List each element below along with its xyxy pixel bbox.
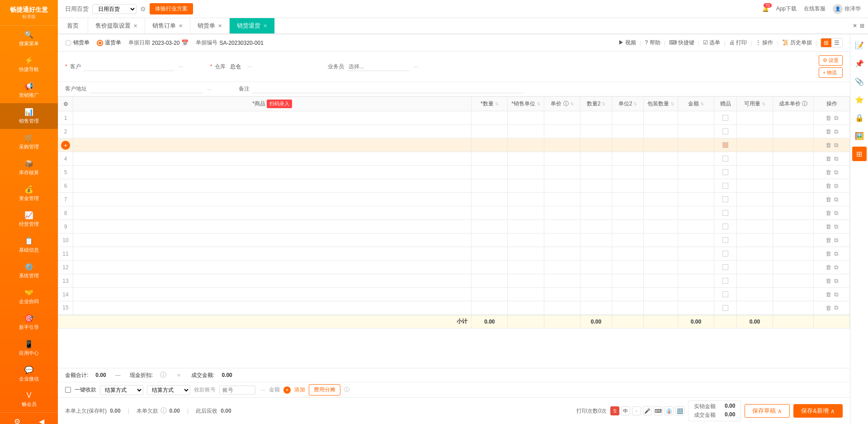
- unit-cell[interactable]: [508, 206, 544, 220]
- tab-price-settings[interactable]: 售价提取设置 ✕: [88, 18, 145, 33]
- copy-row-btn[interactable]: ⧉: [834, 223, 838, 230]
- unit-cell[interactable]: [508, 288, 544, 301]
- price-cell[interactable]: [544, 288, 580, 301]
- amount-cell[interactable]: [678, 261, 714, 274]
- product-cell[interactable]: [73, 261, 472, 274]
- price-cell[interactable]: [544, 179, 580, 193]
- logistics-side-btn[interactable]: + 物流: [819, 67, 843, 78]
- qty2-cell[interactable]: [580, 274, 612, 288]
- available-cell[interactable]: [737, 166, 773, 179]
- gift-checkbox[interactable]: [722, 237, 728, 243]
- tool-icon-5[interactable]: ⌨: [654, 406, 663, 415]
- tab-sales-order-close[interactable]: ✕: [179, 23, 183, 29]
- th-unit2[interactable]: 单位2⇅: [612, 97, 644, 111]
- gift-checkbox[interactable]: [722, 115, 728, 121]
- cost-price-cell[interactable]: [773, 220, 814, 233]
- calc-method-select[interactable]: 结算方式: [147, 385, 190, 395]
- gift-cell[interactable]: [714, 206, 737, 220]
- rp-icon-note[interactable]: 📝: [852, 38, 867, 52]
- amount-cell[interactable]: [678, 193, 714, 206]
- cost-price-cell[interactable]: [773, 206, 814, 220]
- qty-cell[interactable]: [472, 301, 508, 315]
- price-cell[interactable]: [544, 274, 580, 288]
- copy-row-btn[interactable]: ⧉: [834, 182, 838, 190]
- available-cell[interactable]: [737, 301, 773, 315]
- settings-side-btn[interactable]: ⚙ 设置: [819, 55, 843, 66]
- gift-cell[interactable]: [714, 233, 737, 247]
- pkg-qty-cell[interactable]: [644, 274, 678, 288]
- amount-cell[interactable]: [678, 247, 714, 261]
- tool-icon-7[interactable]: 🔢: [675, 406, 684, 415]
- unit-cell[interactable]: [508, 233, 544, 247]
- unit-cell[interactable]: [508, 301, 544, 315]
- calendar-icon[interactable]: 📅: [181, 39, 189, 46]
- warehouse-more-icon[interactable]: ···: [247, 63, 252, 70]
- copy-row-btn[interactable]: ⧉: [834, 155, 838, 162]
- delete-row-btn[interactable]: 🗑: [826, 169, 831, 176]
- sidebar-item-finance[interactable]: 💰 资金管理: [0, 181, 58, 206]
- qty2-cell[interactable]: [580, 138, 612, 152]
- unit2-cell[interactable]: [612, 138, 644, 152]
- amount-cell[interactable]: [678, 301, 714, 315]
- gift-cell[interactable]: [714, 274, 737, 288]
- unit2-cell[interactable]: [612, 179, 644, 193]
- cost-price-cell[interactable]: [773, 301, 814, 315]
- gift-checkbox[interactable]: [722, 156, 728, 162]
- price-cell[interactable]: [544, 166, 580, 179]
- account-input[interactable]: [219, 386, 255, 395]
- unit-cell[interactable]: [508, 220, 544, 233]
- cost-price-cell[interactable]: [773, 111, 814, 125]
- gift-cell[interactable]: [714, 179, 737, 193]
- tab-sales-bill-close[interactable]: ✕: [218, 23, 222, 29]
- customer-more-icon[interactable]: ···: [179, 63, 183, 70]
- delete-row-btn[interactable]: 🗑: [826, 277, 831, 284]
- pkg-qty-cell[interactable]: [644, 288, 678, 301]
- cost-price-cell[interactable]: [773, 274, 814, 288]
- product-cell[interactable]: [73, 125, 472, 138]
- sidebar-collapse-btn[interactable]: ◀: [39, 417, 44, 424]
- tab-sales-return-close[interactable]: ✕: [263, 23, 267, 29]
- qty-cell[interactable]: [472, 233, 508, 247]
- qty-cell[interactable]: [472, 138, 508, 152]
- pkg-qty-cell[interactable]: [644, 152, 678, 166]
- unit-cell[interactable]: [508, 138, 544, 152]
- settings-icon-th[interactable]: ⚙: [63, 101, 68, 107]
- salesperson-input[interactable]: [347, 62, 409, 71]
- pkg-qty-cell[interactable]: [644, 301, 678, 315]
- available-cell[interactable]: [737, 179, 773, 193]
- unit2-cell[interactable]: [612, 261, 644, 274]
- delete-row-btn[interactable]: 🗑: [826, 155, 831, 162]
- delete-row-btn[interactable]: 🗑: [826, 223, 831, 230]
- pkg-qty-cell[interactable]: [644, 233, 678, 247]
- sidebar-item-quick-nav[interactable]: ⚡ 快捷导航: [0, 52, 58, 77]
- qty2-cell[interactable]: [580, 111, 612, 125]
- tab-home[interactable]: 首页: [58, 18, 88, 33]
- available-cell[interactable]: [737, 220, 773, 233]
- customer-input[interactable]: [84, 62, 174, 71]
- radio-return-bill[interactable]: 退货单: [97, 39, 121, 47]
- qty-cell[interactable]: [472, 179, 508, 193]
- save-new-button[interactable]: 保存&新增 ∧: [793, 404, 843, 418]
- unit-cell[interactable]: [508, 193, 544, 206]
- cost-price-cell[interactable]: [773, 125, 814, 138]
- th-product[interactable]: *商品 扫码录入: [73, 97, 472, 111]
- address-more-icon[interactable]: ···: [207, 86, 212, 92]
- qty2-cell[interactable]: [580, 220, 612, 233]
- gift-checkbox[interactable]: [722, 278, 728, 284]
- th-unit[interactable]: *销售单位⇅: [508, 97, 544, 111]
- th-settings[interactable]: ⚙: [58, 97, 73, 111]
- salesperson-more-icon[interactable]: ···: [414, 63, 418, 70]
- copy-row-btn[interactable]: ⧉: [834, 291, 838, 298]
- qty2-cell[interactable]: [580, 261, 612, 274]
- amount-cell[interactable]: [678, 206, 714, 220]
- qty-cell[interactable]: [472, 288, 508, 301]
- available-cell[interactable]: [737, 288, 773, 301]
- amount-cell[interactable]: [678, 166, 714, 179]
- available-cell[interactable]: [737, 193, 773, 206]
- cost-price-cell[interactable]: [773, 288, 814, 301]
- price-cell[interactable]: [544, 111, 580, 125]
- delete-row-btn[interactable]: 🗑: [826, 182, 831, 189]
- copy-row-btn[interactable]: ⧉: [834, 304, 838, 311]
- video-btn[interactable]: ▶ 视频: [618, 39, 636, 47]
- rp-icon-pin[interactable]: 📌: [852, 56, 867, 71]
